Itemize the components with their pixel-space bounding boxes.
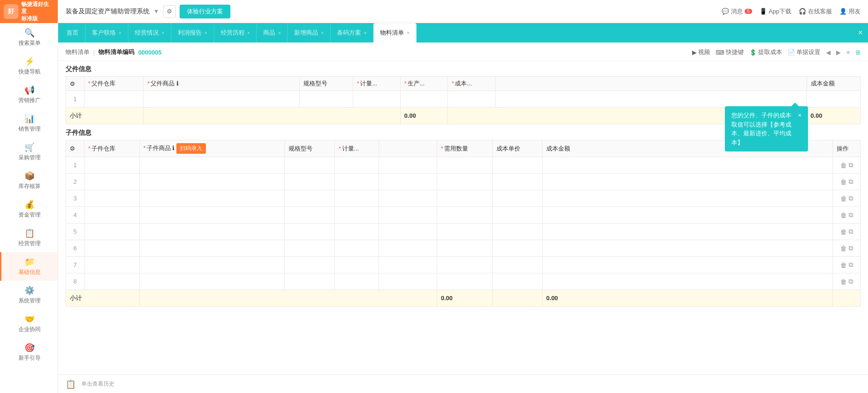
close-tab-newgoods-icon[interactable]: × <box>321 30 324 36</box>
child-qty-cell[interactable] <box>437 257 493 273</box>
child-cost-amt-cell[interactable] <box>542 174 833 190</box>
copy-row-icon[interactable]: ⧉ <box>849 278 853 285</box>
user-menu[interactable]: 👤 用友 <box>839 7 861 16</box>
child-cost-amt-cell[interactable] <box>542 240 833 257</box>
child-unit-cell[interactable] <box>335 240 379 257</box>
child-goods-cell[interactable] <box>139 157 284 174</box>
copy-row-icon[interactable]: ⧉ <box>849 194 853 202</box>
delete-row-icon[interactable]: 🗑 <box>840 228 847 236</box>
dropdown-arrow-icon[interactable]: ▼ <box>153 8 159 15</box>
child-warehouse-cell[interactable] <box>84 273 140 290</box>
list-view-icon[interactable]: ≡ <box>846 49 850 56</box>
child-spec-cell[interactable] <box>285 273 335 290</box>
get-cost-button[interactable]: 💲 提取成本 <box>749 48 782 56</box>
nav-tab-operation[interactable]: 经营情况× <box>128 23 171 42</box>
child-cost-amt-cell[interactable] <box>542 257 833 273</box>
copy-row-icon[interactable]: ⧉ <box>849 211 853 219</box>
nav-tab-newgoods[interactable]: 新增商品× <box>288 23 331 42</box>
child-spec-cell[interactable] <box>285 157 335 174</box>
scan-input-button[interactable]: 扫码录入 <box>176 143 206 154</box>
copy-row-icon[interactable]: ⧉ <box>849 228 853 236</box>
child-cost-amt-cell[interactable] <box>542 207 833 224</box>
nav-tab-history[interactable]: 经营历程× <box>214 23 257 42</box>
sidebar-item-search[interactable]: 🔍搜索菜单 <box>0 23 58 52</box>
close-tab-goods-icon[interactable]: × <box>278 30 281 36</box>
child-warehouse-cell[interactable] <box>84 157 140 174</box>
view-video-button[interactable]: ▶ 视频 <box>692 48 710 56</box>
close-all-tabs-icon[interactable]: × <box>855 29 866 37</box>
parent-cost-amt-cell[interactable] <box>807 91 860 108</box>
child-unit-cell[interactable] <box>335 224 379 240</box>
close-tab-barcode-icon[interactable]: × <box>364 30 367 36</box>
tooltip-close-button[interactable]: × <box>798 111 802 120</box>
child-cost-amt-cell[interactable] <box>542 190 833 207</box>
sidebar-item-purchase[interactable]: 🛒采购管理 <box>0 138 58 166</box>
child-warehouse-cell[interactable] <box>84 257 140 273</box>
child-unit-cost-cell[interactable] <box>492 207 542 224</box>
delete-row-icon[interactable]: 🗑 <box>840 245 847 252</box>
nav-tab-barcode[interactable]: 条码方案× <box>331 23 374 42</box>
parent-cost-cell[interactable] <box>448 91 495 108</box>
app-download-button[interactable]: 📱 App下载 <box>760 7 791 16</box>
parent-spec-cell[interactable] <box>299 91 353 108</box>
child-qty-cell[interactable] <box>437 224 493 240</box>
delete-row-icon[interactable]: 🗑 <box>840 261 847 269</box>
child-warehouse-cell[interactable] <box>84 207 140 224</box>
grid-view-icon[interactable]: ⊞ <box>856 49 861 56</box>
child-goods-cell[interactable] <box>139 257 284 273</box>
child-spec-cell[interactable] <box>285 174 335 190</box>
nav-next-icon[interactable]: ▶ <box>836 49 841 56</box>
child-qty-cell[interactable] <box>437 174 493 190</box>
nav-tab-goods[interactable]: 商品× <box>257 23 288 42</box>
child-qty-cell[interactable] <box>437 207 493 224</box>
child-unit-cost-cell[interactable] <box>492 224 542 240</box>
child-unit-cost-cell[interactable] <box>492 273 542 290</box>
nav-tab-home[interactable]: 首页 <box>60 23 85 42</box>
child-qty-cell[interactable] <box>437 157 493 174</box>
delete-row-icon[interactable]: 🗑 <box>840 178 847 186</box>
child-unit-cost-cell[interactable] <box>492 257 542 273</box>
child-warehouse-cell[interactable] <box>84 190 140 207</box>
child-goods-cell[interactable] <box>139 190 284 207</box>
sidebar-item-inventory[interactable]: 📦库存核算 <box>0 166 58 195</box>
shortcut-button[interactable]: ⌨ 快捷键 <box>716 48 744 56</box>
close-tab-bom-icon[interactable]: × <box>407 30 410 36</box>
child-goods-cell[interactable] <box>139 174 284 190</box>
sidebar-item-system[interactable]: ⚙️系统管理 <box>0 281 58 309</box>
nav-prev-icon[interactable]: ◀ <box>826 49 831 56</box>
child-unit-cost-cell[interactable] <box>492 157 542 174</box>
child-unit-cell[interactable] <box>335 257 379 273</box>
delete-row-icon[interactable]: 🗑 <box>840 212 847 219</box>
nav-tab-customer[interactable]: 客户联络× <box>85 23 128 42</box>
close-tab-operation-icon[interactable]: × <box>162 30 164 36</box>
sidebar-item-sales[interactable]: 📊销售管理 <box>0 109 58 138</box>
sidebar-item-finance[interactable]: 💰资金管理 <box>0 195 58 224</box>
sidebar-item-guide[interactable]: 🎯新手引导 <box>0 338 58 367</box>
child-goods-cell[interactable] <box>139 273 284 290</box>
child-qty-cell[interactable] <box>437 240 493 257</box>
close-tab-customer-icon[interactable]: × <box>119 30 121 36</box>
child-spec-cell[interactable] <box>285 207 335 224</box>
child-unit-cell[interactable] <box>335 190 379 207</box>
delete-row-icon[interactable]: 🗑 <box>840 278 847 285</box>
child-unit-cell[interactable] <box>335 207 379 224</box>
single-settings-button[interactable]: 📄 单据设置 <box>788 48 820 56</box>
trial-button[interactable]: 体验行业方案 <box>180 5 230 18</box>
online-service-button[interactable]: 🎧 在线客服 <box>799 7 832 16</box>
child-goods-cell[interactable] <box>139 224 284 240</box>
child-col-settings[interactable]: ⚙ <box>66 140 84 157</box>
child-unit-cell[interactable] <box>335 273 379 290</box>
child-cost-amt-cell[interactable] <box>542 273 833 290</box>
child-goods-cell[interactable] <box>139 207 284 224</box>
child-warehouse-cell[interactable] <box>84 240 140 257</box>
child-unit-cell[interactable] <box>335 174 379 190</box>
sidebar-item-basic[interactable]: 📁基础信息 <box>0 252 58 281</box>
message-button[interactable]: 💬 消息 6 <box>722 7 752 16</box>
parent-unit-cell[interactable] <box>353 91 400 108</box>
child-unit-cost-cell[interactable] <box>492 190 542 207</box>
child-goods-cell[interactable] <box>139 240 284 257</box>
sidebar-item-quicknav[interactable]: ⚡快捷导航 <box>0 52 58 80</box>
parent-goods-cell[interactable] <box>144 91 299 108</box>
child-spec-cell[interactable] <box>285 224 335 240</box>
child-spec-cell[interactable] <box>285 190 335 207</box>
